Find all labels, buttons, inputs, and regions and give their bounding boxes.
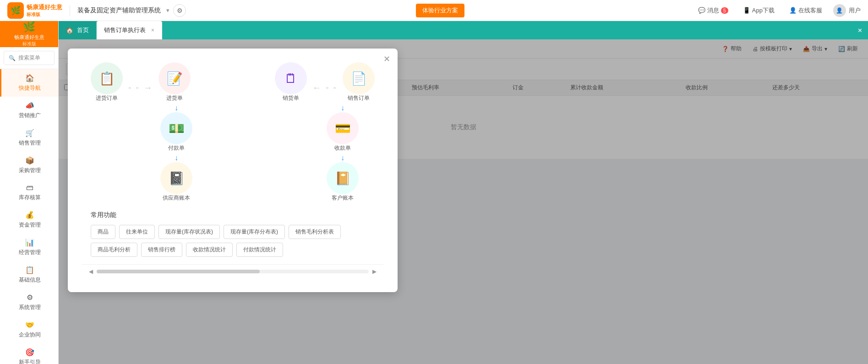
down-arrows-row: ↓ ↓ (91, 104, 375, 112)
scroll-thumb[interactable] (97, 270, 260, 273)
top-bar-left: 🌿 畅康通好生意 标准版 装备及固定资产辅助管理系统 ▾ ⚙ (7, 2, 186, 19)
operations-icon: 📊 (25, 238, 34, 247)
user-area[interactable]: 👤 用户 (833, 4, 861, 17)
func-btn-4[interactable]: 销售毛利分析表 (289, 225, 341, 239)
sidebar: 🌿 畅康通好生意 标准版 🔍 搜索菜单 🏠 快捷导航 📣 营销推广 🛒 销售管理 (0, 21, 59, 364)
newbie-label: 新手引导 (19, 359, 41, 364)
tab-home-label: 首页 (77, 26, 89, 34)
message-label: 消息 (707, 6, 719, 15)
arrow-dashed-left: ← - - (312, 82, 337, 93)
sidebar-item-purchase[interactable]: 📦 采购管理 (0, 152, 58, 179)
flow-item-customer-ledger[interactable]: 📔 客户账本 (327, 162, 359, 202)
sidebar-item-finance[interactable]: 💰 资金管理 (0, 206, 58, 234)
func-btn-0[interactable]: 商品 (91, 225, 115, 239)
inventory-icon: 🗃 (26, 184, 33, 192)
flow-label-purchase-bill: 进货单 (166, 94, 183, 102)
app-download-label: App下载 (752, 6, 775, 15)
row3-spacer (192, 162, 327, 202)
down-arrow-purchase: ↓ (160, 104, 192, 112)
func-btn-3[interactable]: 现存量(库存分布表) (224, 225, 285, 239)
flow-item-sales-order-node[interactable]: 📄 销售订单 (343, 62, 375, 102)
home-icon: 🏠 (66, 27, 73, 34)
flow-col-left: 💵 付款单 (160, 112, 192, 152)
main-layout: 🌿 畅康通好生意 标准版 🔍 搜索菜单 🏠 快捷导航 📣 营销推广 🛒 销售管理 (0, 21, 868, 364)
online-service-label: 在线客服 (798, 6, 822, 15)
dropdown-arrow-icon[interactable]: ▾ (166, 7, 169, 14)
message-icon: 💬 (698, 7, 705, 14)
experience-button[interactable]: 体验行业方案 (416, 4, 464, 17)
down-arrow-payment: ↓ (160, 154, 192, 162)
func-btn-7[interactable]: 收款情况统计 (186, 243, 233, 257)
flow-circle-supplier: 📓 (160, 162, 192, 194)
flow-item-payment[interactable]: 💵 付款单 (160, 112, 192, 152)
divider (70, 5, 70, 16)
sidebar-item-enterprise[interactable]: 🤝 企业协同 (0, 316, 58, 343)
settings-icon[interactable]: ⚙ (173, 4, 186, 17)
row2-spacer (192, 112, 327, 152)
tab-spacer (162, 21, 852, 39)
avatar: 👤 (833, 4, 846, 17)
func-btn-1[interactable]: 往来单位 (119, 225, 155, 239)
flow-circle-customer: 📔 (327, 162, 359, 194)
user-name: 用户 (849, 6, 861, 15)
flow-item-receipt[interactable]: 💳 收款单 (327, 112, 359, 152)
arrow-solid-right: - - → (128, 82, 153, 93)
sidebar-item-basic[interactable]: 📋 基础信息 (0, 261, 58, 288)
finance-icon: 💰 (25, 211, 34, 219)
sidebar-item-newbie[interactable]: 🎯 新手引导 (0, 343, 58, 364)
func-btn-5[interactable]: 商品毛利分析 (91, 243, 137, 257)
enterprise-icon: 🤝 (25, 321, 34, 329)
message-btn[interactable]: 💬 消息 5 (694, 5, 732, 16)
app-download-btn[interactable]: 📱 App下载 (739, 5, 778, 16)
sidebar-item-operations[interactable]: 📊 经营管理 (0, 234, 58, 261)
online-service-btn[interactable]: 👤 在线客服 (786, 5, 826, 16)
sidebar-item-system[interactable]: ⚙ 系统管理 (0, 288, 58, 316)
flow-row1: 📋 进货订单 - - → (91, 62, 375, 102)
sidebar-item-quick-nav[interactable]: 🏠 快捷导航 (0, 69, 58, 97)
flow-label-customer: 客户账本 (332, 194, 354, 202)
sales-bill-icon: 🗒 (284, 71, 297, 86)
flow-item-purchase-order[interactable]: 📋 进货订单 (91, 62, 123, 102)
search-label: 搜索菜单 (18, 54, 40, 62)
dialog-overlay[interactable]: ✕ 📋 进货订单 (59, 39, 868, 364)
scroll-right-icon[interactable]: ▶ (372, 268, 377, 275)
tab-home[interactable]: 🏠 首页 (59, 21, 97, 39)
flow-section: 📋 进货订单 - - → (82, 62, 384, 202)
flow-item-sales-bill[interactable]: 🗒 销货单 (275, 62, 307, 102)
system-label: 系统管理 (19, 304, 41, 311)
common-title: 常用功能 (91, 211, 375, 219)
flow-circle-purchase-bill: 📝 (158, 62, 191, 94)
flow-label-supplier: 供应商账本 (163, 194, 190, 202)
func-btn-2[interactable]: 现存量(库存状况表) (158, 225, 220, 239)
flow-item-supplier-ledger[interactable]: 📓 供应商账本 (160, 162, 192, 202)
dialog-close-btn[interactable]: ✕ (383, 54, 390, 64)
sidebar-item-inventory[interactable]: 🗃 库存核算 (0, 179, 58, 206)
flow-label-payment: 付款单 (168, 144, 185, 152)
scroll-indicator: ◀ ▶ (82, 264, 384, 278)
sidebar-logo-sub: 标准版 (22, 41, 36, 47)
flow-label-sales-bill: 销货单 (283, 94, 299, 102)
quick-nav-icon: 🏠 (25, 74, 34, 82)
tab-sales-order[interactable]: 销售订单执行表 × (97, 21, 162, 39)
func-btn-8[interactable]: 付款情况统计 (236, 243, 283, 257)
experience-btn-area: 体验行业方案 (416, 4, 464, 17)
sidebar-item-sales[interactable]: 🛒 销售管理 (0, 124, 58, 152)
inventory-label: 库存核算 (19, 194, 41, 201)
close-all-btn[interactable]: ✕ (852, 21, 868, 39)
top-bar-right: 💬 消息 5 📱 App下载 👤 在线客服 👤 用户 (694, 4, 861, 17)
sidebar-logo-text: 畅康通好生意 (14, 34, 44, 41)
tab-close-icon[interactable]: × (151, 27, 154, 33)
func-btn-6[interactable]: 销售排行榜 (141, 243, 182, 257)
purchase-icon: 📦 (25, 156, 34, 165)
newbie-icon: 🎯 (25, 348, 34, 357)
flow-item-purchase-bill[interactable]: 📝 进货单 (158, 62, 191, 102)
flow-col-left3: 📓 供应商账本 (160, 162, 192, 202)
app-container: 🌿 畅康通好生意 标准版 装备及固定资产辅助管理系统 ▾ ⚙ 体验行业方案 💬 … (0, 0, 868, 364)
scroll-track (97, 270, 369, 273)
sidebar-item-marketing[interactable]: 📣 营销推广 (0, 97, 58, 124)
sidebar-search-button[interactable]: 🔍 搜索菜单 (4, 51, 55, 65)
scroll-left-icon[interactable]: ◀ (89, 268, 93, 275)
app-sub: 标准版 (27, 11, 62, 18)
arrow-2-icon: ← - - (307, 82, 343, 102)
content-body: ❓ 帮助 🖨 按模板打印 ▾ 📤 导出 ▾ 🔄 (59, 39, 868, 364)
